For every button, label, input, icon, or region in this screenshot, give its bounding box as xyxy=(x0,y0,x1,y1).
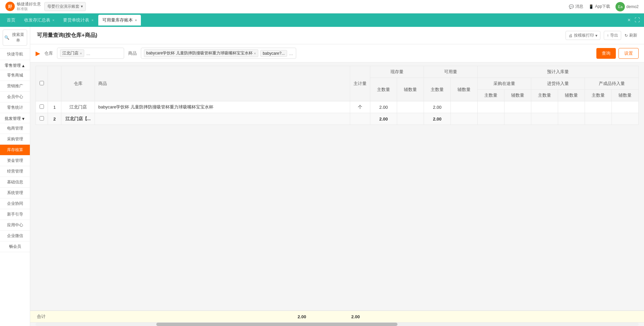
filter-bar: ▶ 仓库 江北门店 × ... 商品 babycare学饮杯 儿童防摔防撞吸管杯… xyxy=(30,44,644,62)
tab-home[interactable]: 首页 xyxy=(3,15,19,26)
th-purchase-in-transit-group: 采购在途量 xyxy=(478,78,531,90)
row2-inbound-pending-aux xyxy=(558,113,585,125)
company-name: 母婴行业演示账套 xyxy=(47,4,79,9)
sidebar-item-system-mgmt[interactable]: 系统管理 xyxy=(0,188,30,198)
row2-product-pending-aux xyxy=(612,113,639,125)
product-more-button[interactable]: ... xyxy=(289,51,293,56)
th-product-pending-aux: 辅数量 xyxy=(612,90,639,101)
th-main-unit: 主计量 xyxy=(350,66,370,101)
th-product: 商品 xyxy=(95,66,350,101)
sidebar-item-retail-mall[interactable]: 零售商城 xyxy=(0,70,30,81)
query-button[interactable]: 查询 xyxy=(596,48,616,59)
sidebar-item-enterprise-wechat[interactable]: 企业微信 xyxy=(0,231,30,241)
export-label: 导出 xyxy=(610,33,618,38)
row1-available-main: 2.00 xyxy=(424,101,451,113)
sidebar-item-wholesale-mgmt[interactable]: 批发管理 ▼ xyxy=(0,113,30,123)
row1-purchase-transit-main xyxy=(478,101,504,113)
tab-available-stock[interactable]: 可用量库存账本 × xyxy=(98,15,141,26)
footer-current-aux-total xyxy=(315,314,342,319)
sidebar-item-member-center[interactable]: 会员中心 xyxy=(0,92,30,102)
logo: 好 畅捷通好生意 标准版 xyxy=(5,2,41,11)
sidebar-search-button[interactable]: 🔍 搜索菜单 xyxy=(3,30,27,46)
tab-order-stats[interactable]: 要货单统计表 × xyxy=(59,15,97,26)
row1-available-aux xyxy=(451,101,478,113)
warehouse-filter-input[interactable]: 江北门店 × ... xyxy=(57,48,124,59)
sidebar-item-retail-stats[interactable]: 零售统计 xyxy=(0,102,30,113)
tab-receipt-summary-close[interactable]: × xyxy=(52,18,54,22)
th-warehouse: 仓库 xyxy=(61,66,95,101)
footer-available-main-total: 2.00 xyxy=(342,314,369,319)
tab-order-stats-close[interactable]: × xyxy=(91,18,93,22)
fullscreen-button[interactable]: ⛶ xyxy=(633,16,641,25)
th-no xyxy=(48,66,61,101)
warehouse-tag-close[interactable]: × xyxy=(80,51,82,55)
chevron-down-icon: ▾ xyxy=(81,4,83,9)
table-row: 2 江北门店【... 2.00 2.00 xyxy=(36,113,639,125)
phone-icon: 📱 xyxy=(589,4,594,9)
row1-current-aux xyxy=(397,101,424,113)
horizontal-scrollbar[interactable] xyxy=(36,323,639,326)
print-button[interactable]: 🖨 按模板打印 ▾ xyxy=(566,31,600,40)
row2-product-pending-main xyxy=(585,113,612,125)
tab-home-label: 首页 xyxy=(7,17,15,23)
row1-warehouse: 江北门店 xyxy=(61,101,95,113)
main-layout: 🔍 搜索菜单 快捷导航 零售管理 ▲ 零售商城 营销推广 会员中心 零售统计 批… xyxy=(0,27,644,326)
sidebar-item-new-guide[interactable]: 新手引导 xyxy=(0,209,30,220)
table-container: 仓库 商品 主计量 现存量 可用量 预计入库量 主数量 辅数量 主数量 辅数量 … xyxy=(30,62,644,310)
warehouse-more-button[interactable]: ... xyxy=(86,51,90,56)
setting-button[interactable]: 设置 xyxy=(619,48,639,59)
sidebar-item-marketing[interactable]: 营销推广 xyxy=(0,81,30,92)
message-action[interactable]: 💬 消息 xyxy=(569,4,583,9)
th-inbound-pending-aux: 辅数量 xyxy=(558,90,585,101)
row2-warehouse: 江北门店【... xyxy=(61,113,95,125)
warehouse-tag-jiangbei: 江北门店 × xyxy=(60,49,84,57)
print-label: 按模板打印 xyxy=(574,33,594,38)
th-purchase-transit-aux: 辅数量 xyxy=(504,90,531,101)
sidebar-item-inventory-check[interactable]: 库存核算 xyxy=(0,145,30,155)
table-footer: 合计 2.00 2.00 xyxy=(30,310,644,323)
sidebar-item-retail-mgmt[interactable]: 零售管理 ▲ xyxy=(0,60,30,70)
user-name: demo2 xyxy=(626,4,639,9)
row2-checkbox[interactable] xyxy=(36,113,48,125)
company-selector[interactable]: 母婴行业演示账套 ▾ xyxy=(44,2,86,11)
sidebar-item-member[interactable]: 畅会员 xyxy=(0,241,30,252)
tab-receipt-summary[interactable]: 收发存汇总表 × xyxy=(20,15,58,26)
th-available-aux-qty: 辅数量 xyxy=(451,78,478,101)
row1-product-pending-main xyxy=(585,101,612,113)
user-action[interactable]: Ea demo2 xyxy=(615,2,639,11)
tab-available-stock-close[interactable]: × xyxy=(135,18,137,22)
page-title: 可用量查询(按仓库+商品) xyxy=(37,32,97,39)
sidebar-item-ecommerce[interactable]: 电商管理 xyxy=(0,123,30,134)
refresh-label: 刷新 xyxy=(629,33,637,38)
th-product-pending-main: 主数量 xyxy=(585,90,612,101)
row1-checkbox[interactable] xyxy=(36,101,48,113)
sidebar-item-basic-info[interactable]: 基础信息 xyxy=(0,177,30,188)
tab-available-stock-label: 可用量库存账本 xyxy=(102,17,133,23)
sidebar-item-enterprise-collab[interactable]: 企业协同 xyxy=(0,198,30,209)
sidebar-item-quick-nav[interactable]: 快捷导航 xyxy=(0,49,30,60)
arrow-icon: ▼ xyxy=(21,117,25,121)
row2-current-aux xyxy=(397,113,424,125)
sidebar-item-operation-mgmt[interactable]: 经营管理 xyxy=(0,166,30,177)
warehouse-filter-label: 仓库 xyxy=(44,50,53,56)
select-all-checkbox[interactable] xyxy=(40,81,44,85)
row1-no: 1 xyxy=(48,101,61,113)
product-filter-input[interactable]: babycare学饮杯 儿童防摔防撞吸管杯重力球吸嘴杯宝宝水杯 × babyca… xyxy=(141,48,296,59)
sidebar-item-purchase-mgmt[interactable]: 采购管理 xyxy=(0,134,30,145)
scrollbar-thumb[interactable] xyxy=(156,323,397,326)
export-button[interactable]: ↑ 导出 xyxy=(604,31,621,40)
th-checkbox[interactable] xyxy=(36,66,48,101)
filter-toggle-button[interactable]: ▶ xyxy=(36,50,40,57)
top-bar: 好 畅捷通好生意 标准版 母婴行业演示账套 ▾ 💬 消息 📱 App下载 Ea … xyxy=(0,0,644,13)
sidebar-item-finance-mgmt[interactable]: 资金管理 xyxy=(0,155,30,166)
footer-current-main-total: 2.00 xyxy=(288,314,315,319)
refresh-button[interactable]: ↻ 刷新 xyxy=(625,33,637,38)
sidebar-search-label: 搜索菜单 xyxy=(11,32,25,43)
row2-available-main: 2.00 xyxy=(424,113,451,125)
sidebar-item-app-center[interactable]: 应用中心 xyxy=(0,220,30,231)
product-tag-close-1[interactable]: × xyxy=(254,51,256,55)
page-actions: 🖨 按模板打印 ▾ ↑ 导出 ↻ 刷新 xyxy=(566,31,637,40)
app-download-action[interactable]: 📱 App下载 xyxy=(589,4,610,9)
close-all-tabs-button[interactable]: × xyxy=(626,16,632,25)
th-inbound-pending-group: 进货待入量 xyxy=(531,78,585,90)
